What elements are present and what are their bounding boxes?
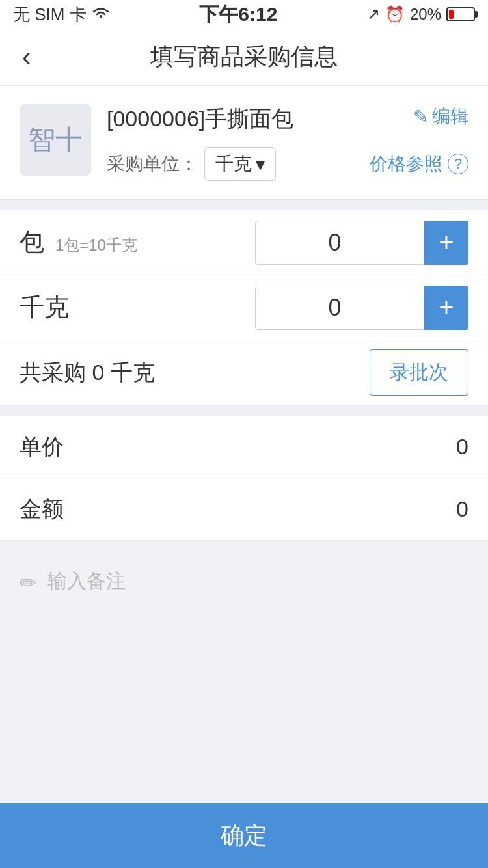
unit-select[interactable]: 千克 ▾	[204, 147, 276, 181]
input-section: 包 1包=10千克 + 千克 +	[0, 210, 488, 340]
product-info: [0000006]手撕面包 ✎ 编辑 采购单位： 千克 ▾ 价格参照 ?	[107, 104, 468, 181]
edit-icon: ✎	[413, 106, 428, 128]
amount-label: 金额	[20, 495, 64, 524]
bag-label-group: 包 1包=10千克	[20, 226, 137, 259]
product-logo: 智十	[28, 122, 83, 158]
no-sim-text: 无 SIM 卡	[13, 3, 87, 26]
summary-row: 共采购 0 千克 录批次	[0, 340, 488, 405]
status-bar: 无 SIM 卡 下午6:12 ↗ ⏰ 20%	[0, 0, 488, 29]
product-unit-row: 采购单位： 千克 ▾ 价格参照 ?	[107, 147, 468, 181]
batch-button[interactable]: 录批次	[370, 349, 468, 396]
status-right: ↗ ⏰ 20%	[367, 5, 475, 23]
alarm-icon: ⏰	[385, 5, 405, 23]
divider-1	[0, 200, 488, 210]
unit-price-value: 0	[456, 434, 468, 459]
edit-button[interactable]: ✎ 编辑	[413, 104, 468, 129]
divider-2	[0, 405, 488, 416]
help-icon: ?	[448, 154, 468, 174]
product-image: 智十	[20, 104, 91, 176]
kg-label: 千克	[20, 293, 69, 321]
bag-sub-label: 1包=10千克	[55, 236, 137, 254]
battery-percent: 20%	[410, 5, 441, 23]
product-card: 智十 [0000006]手撕面包 ✎ 编辑 采购单位： 千克 ▾ 价格参照 ?	[0, 86, 488, 200]
bag-plus-button[interactable]: +	[424, 221, 468, 265]
kg-input-row: 千克 +	[0, 275, 488, 340]
page-title: 填写商品采购信息	[150, 41, 338, 73]
unit-price-row: 单价 0	[0, 416, 488, 478]
price-ref-label: 价格参照	[370, 152, 442, 176]
kg-plus-button[interactable]: +	[424, 286, 468, 330]
unit-price-label: 单价	[20, 432, 64, 462]
bag-label: 包	[20, 228, 44, 256]
note-placeholder: 输入备注	[47, 568, 126, 595]
bag-quantity-input[interactable]	[255, 221, 424, 265]
unit-value: 千克	[215, 152, 252, 176]
wifi-icon	[92, 5, 110, 25]
product-header: [0000006]手撕面包 ✎ 编辑	[107, 104, 468, 134]
location-icon: ↗	[367, 5, 380, 23]
confirm-bar[interactable]: 确定	[0, 803, 488, 868]
back-button[interactable]: ‹	[16, 36, 37, 78]
edit-label: 编辑	[432, 104, 468, 129]
chevron-down-icon: ▾	[256, 154, 265, 175]
amount-value: 0	[456, 496, 468, 522]
battery-icon	[446, 7, 475, 21]
pencil-icon: ✏	[20, 571, 37, 595]
status-time: 下午6:12	[199, 1, 277, 28]
product-name: [0000006]手撕面包	[107, 104, 413, 134]
kg-input-right: +	[137, 286, 468, 330]
confirm-button[interactable]: 确定	[221, 820, 267, 852]
bag-input-row: 包 1包=10千克 +	[0, 210, 488, 275]
bag-input-right: +	[137, 221, 468, 265]
kg-label-group: 千克	[20, 291, 137, 324]
note-section[interactable]: ✏ 输入备注	[0, 551, 488, 772]
status-left: 无 SIM 卡	[13, 3, 110, 26]
price-ref-button[interactable]: 价格参照 ?	[370, 152, 468, 176]
amount-row: 金额 0	[0, 478, 488, 541]
summary-text: 共采购 0 千克	[20, 358, 155, 388]
kg-quantity-input[interactable]	[255, 286, 424, 330]
price-info-section: 单价 0 金额 0	[0, 416, 488, 541]
nav-bar: ‹ 填写商品采购信息	[0, 29, 488, 86]
unit-label: 采购单位：	[107, 152, 198, 176]
unit-selector-group: 采购单位： 千克 ▾	[107, 147, 276, 181]
